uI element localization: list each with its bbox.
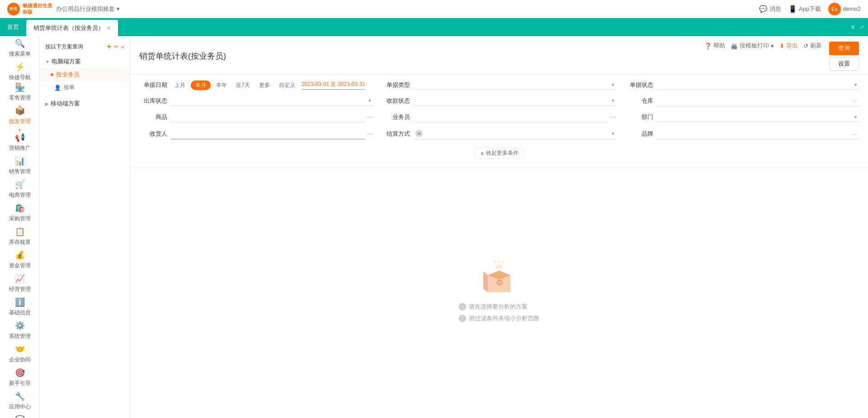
- collapse-bar: ∧ 收起更多条件: [139, 145, 859, 162]
- sidebar-item-sales[interactable]: 📊 销售管理: [0, 154, 39, 177]
- main-layout: 🔍 搜索菜单 ⚡ 快捷导航 🏪 零售管理 ▾ 📦 批发管理 ▴ 📢 营销推广 📊…: [0, 36, 868, 418]
- date-btn-custom[interactable]: 自定义: [275, 81, 299, 90]
- dropdown-arrow-icon: ▾: [612, 98, 614, 104]
- sidebar-item-label: 基础信息: [9, 309, 31, 317]
- date-range-display[interactable]: 2023-03-01 至 2023-03-31: [302, 81, 365, 90]
- basic-icon: ℹ️: [15, 297, 25, 307]
- sidebar-item-label: 批发管理: [9, 118, 31, 125]
- scheme-panel: 按以下方案查询 + ✏ « ▼ 电脑端方案 按业务员 👤 按: [40, 36, 130, 418]
- collapse-button[interactable]: ∧ 收起更多条件: [474, 147, 524, 159]
- right-content: 销货单统计表(按业务员) ❓ 帮助 🖨️ 按模板打印 ▾ ⬇: [130, 36, 868, 418]
- mobile-scheme-header[interactable]: ▶ 移动端方案: [40, 97, 130, 110]
- sidebar-item-wechat[interactable]: 💬 企业微信: [0, 413, 39, 418]
- settle-clear-button[interactable]: ✕: [415, 130, 423, 137]
- sidebar-item-shortcut[interactable]: ⚡ 快捷导航: [0, 60, 39, 83]
- message-button[interactable]: 💬 消息: [759, 5, 781, 13]
- sidebar-item-label: 营销推广: [9, 144, 31, 152]
- app-download-button[interactable]: 📱 App下载: [788, 5, 821, 13]
- staff-input[interactable]: [414, 112, 608, 123]
- consignee-dots[interactable]: ···: [367, 130, 373, 138]
- dept-label: 部门: [625, 113, 657, 121]
- sidebar-item-purchase[interactable]: 🛍️ 采购管理: [0, 201, 39, 224]
- brand-dots: ···: [852, 130, 857, 137]
- tab-report[interactable]: 销货单统计表（按业务员） ✕: [26, 20, 118, 36]
- marketing-icon: 📢: [15, 133, 25, 142]
- staff-dots[interactable]: ···: [610, 113, 616, 121]
- doc-type-select[interactable]: ▾: [414, 80, 616, 90]
- goods-label: 商品: [139, 113, 171, 121]
- scheme-item-by-staff[interactable]: 按业务员: [40, 68, 130, 81]
- person-icon: 👤: [54, 85, 61, 91]
- goods-dots[interactable]: ···: [367, 113, 373, 121]
- consignee-label: 收货人: [139, 130, 171, 138]
- dropdown-arrow-icon: ▾: [854, 114, 857, 120]
- purchase-icon: 🛍️: [15, 203, 25, 213]
- empty-illustration: ⚙: [476, 259, 522, 295]
- sidebar-item-wholesale[interactable]: 📦 批发管理 ▴: [0, 107, 39, 130]
- query-button[interactable]: 查询: [829, 42, 859, 55]
- topbar: 好生 畅捷通好生意 标版 办公用品行业模拟账套 ▾ 💬 消息 📱 App下载 E…: [0, 0, 868, 18]
- sales-icon: 📊: [15, 156, 25, 166]
- sidebar-item-search[interactable]: 🔍 搜索菜单: [0, 36, 39, 60]
- dept-select[interactable]: ▾: [657, 112, 859, 122]
- collect-status-select[interactable]: ▾: [414, 96, 616, 106]
- date-quick-buttons: 上月 本月 本年 近7天 更多 自定义: [171, 81, 299, 90]
- search-icon: 🔍: [15, 38, 25, 48]
- svg-line-5: [495, 261, 496, 263]
- sidebar-item-retail[interactable]: 🏪 零售管理 ▾: [0, 83, 39, 107]
- sidebar-item-collab[interactable]: 🤝 企业协同: [0, 342, 39, 366]
- download-icon: 📱: [788, 5, 797, 13]
- sidebar-item-marketing[interactable]: 📢 营销推广: [0, 130, 39, 154]
- sidebar-item-finance[interactable]: 💰 资金管理: [0, 248, 39, 271]
- help-button[interactable]: ❓ 帮助: [704, 42, 725, 50]
- sidebar-item-basic[interactable]: ℹ️ 基础信息: [0, 295, 39, 318]
- date-btn-more[interactable]: 更多: [255, 81, 274, 90]
- sidebar-item-management[interactable]: 📈 经营管理: [0, 271, 39, 295]
- dropdown-arrow-icon: ▾: [368, 98, 371, 104]
- filter-date: 单据日期 上月 本月 本年 近7天 更多 自定义 2023-03-01 至 20…: [139, 81, 373, 90]
- filter-area: 单据日期 上月 本月 本年 近7天 更多 自定义 2023-03-01 至 20…: [130, 75, 868, 167]
- app-selector[interactable]: 办公用品行业模拟账套 ▾: [56, 5, 120, 13]
- close-window-icon[interactable]: ✕: [850, 24, 856, 31]
- desktop-scheme-header[interactable]: ▼ 电脑端方案: [40, 55, 130, 68]
- sidebar-item-label: 新手引导: [9, 380, 31, 387]
- sidebar-item-ecommerce[interactable]: 🛒 电商管理: [0, 177, 39, 201]
- add-scheme-button[interactable]: +: [107, 43, 111, 51]
- date-btn-last-month[interactable]: 上月: [171, 81, 189, 90]
- scheme-item-by-order[interactable]: 👤 按单: [40, 81, 130, 94]
- out-status-select[interactable]: ▾: [171, 96, 373, 106]
- refresh-button[interactable]: ↺ 刷新: [803, 42, 822, 50]
- brand-select[interactable]: ···: [657, 128, 859, 139]
- desktop-scheme-label: 电脑端方案: [52, 57, 81, 66]
- sidebar-item-apps[interactable]: 🔧 应用中心: [0, 389, 39, 413]
- tab-home[interactable]: 首页: [0, 18, 26, 36]
- filter-out-status: 出库状态 ▾: [139, 96, 373, 106]
- step-number-2: 2: [459, 315, 466, 322]
- tab-close-icon[interactable]: ✕: [107, 25, 111, 31]
- collapse-panel-button[interactable]: «: [121, 43, 124, 50]
- print-button[interactable]: 🖨️ 按模板打印 ▾: [731, 42, 774, 50]
- sidebar-item-inventory[interactable]: 📋 库存核算: [0, 224, 39, 248]
- settings-button[interactable]: 设置: [829, 57, 859, 71]
- date-btn-this-month[interactable]: 本月: [191, 81, 211, 90]
- tab-maximize-area: ✕ ⤢: [850, 24, 864, 31]
- date-btn-this-year[interactable]: 本年: [212, 81, 231, 90]
- sidebar-item-system[interactable]: ⚙️ 系统管理: [0, 318, 39, 342]
- expand-arrow-icon: ▶: [45, 101, 49, 106]
- ecommerce-icon: 🛒: [15, 180, 25, 190]
- maximize-icon[interactable]: ⤢: [859, 24, 864, 31]
- svg-text:⚙: ⚙: [496, 278, 503, 287]
- settle-select[interactable]: ✕ ▾: [414, 128, 616, 139]
- management-icon: 📈: [15, 274, 25, 284]
- nav-sidebar: 🔍 搜索菜单 ⚡ 快捷导航 🏪 零售管理 ▾ 📦 批发管理 ▴ 📢 营销推广 📊…: [0, 36, 40, 418]
- export-button[interactable]: ⬇ 导出: [779, 42, 798, 50]
- sidebar-item-guide[interactable]: 🎯 新手引导: [0, 366, 39, 389]
- consignee-input[interactable]: [171, 128, 365, 139]
- goods-input[interactable]: [171, 112, 365, 123]
- warehouse-select[interactable]: ···: [657, 95, 859, 106]
- edit-scheme-button[interactable]: ✏: [114, 43, 118, 50]
- doc-status-select[interactable]: ▾: [657, 80, 859, 90]
- inventory-icon: 📋: [15, 227, 25, 237]
- date-btn-7days[interactable]: 近7天: [232, 81, 254, 90]
- user-profile[interactable]: Ea demo2: [828, 3, 861, 15]
